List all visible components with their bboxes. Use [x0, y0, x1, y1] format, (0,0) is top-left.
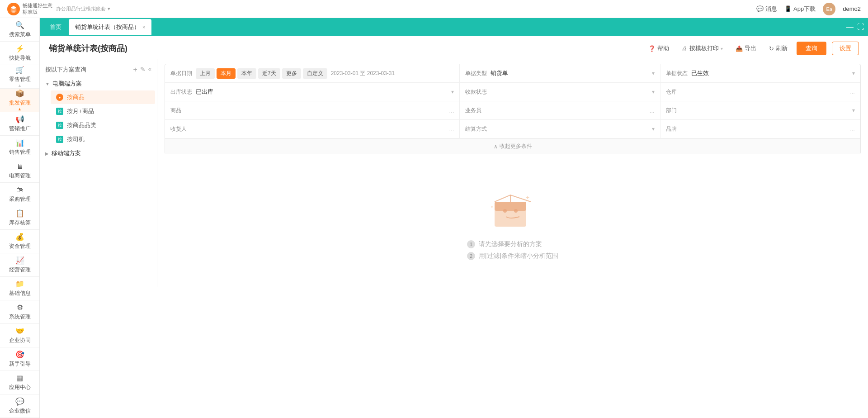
download-icon: 📱	[784, 5, 792, 12]
collapse-bar[interactable]: ∧ 收起更多条件	[165, 138, 860, 154]
purchase-icon: 🛍	[16, 186, 24, 194]
left-panel-title: 按以下方案查询	[45, 66, 86, 74]
page-title: 销货单统计表(按商品)	[49, 43, 127, 54]
app-download-button[interactable]: 📱 App下载	[784, 5, 816, 13]
sidebar: 🔍 搜索菜单 ⚡ 快捷导航 🛒 零售管理 ▲ 📦 批发管理 ▲ 📢 营销推广 📊…	[0, 18, 40, 418]
sidebar-item-sales[interactable]: 📊 销售管理	[0, 136, 39, 159]
product-label: 商品	[170, 107, 181, 114]
tab-home[interactable]: 首页	[43, 20, 68, 34]
sidebar-item-appstore[interactable]: ▦ 应用中心	[0, 371, 39, 394]
sidebar-item-search[interactable]: 🔍 搜索菜单	[0, 18, 39, 42]
sidebar-item-inventory[interactable]: 📋 库存核算	[0, 206, 39, 230]
paymentstatus-label: 收款状态	[465, 88, 487, 96]
company-selector[interactable]: 办公用品行业模拟账套 ▾	[56, 5, 110, 12]
settlement-label: 结算方式	[465, 125, 487, 133]
date-btn-this-month[interactable]: 本月	[217, 68, 236, 79]
sidebar-item-marketing[interactable]: 📢 营销推广	[0, 112, 39, 136]
docstatus-select[interactable]: 已生效 ▾	[691, 69, 855, 77]
settlement-select[interactable]: ▾	[491, 126, 654, 132]
tab-active[interactable]: 销货单统计表（按商品） ×	[69, 19, 151, 35]
help-button[interactable]: ❓ 帮助	[645, 43, 673, 54]
date-row: 上月 本月 本年 近7天 更多 自定义 2023-03-01 至 2023-03…	[196, 68, 395, 79]
date-btn-last-month[interactable]: 上月	[196, 68, 215, 79]
logo-icon	[7, 3, 20, 15]
date-btn-7days[interactable]: 近7天	[258, 68, 280, 79]
filter-row-4: 收货人 ... 结算方式 ▾	[165, 120, 860, 138]
tab-bar: 首页 销货单统计表（按商品） × — ⛶	[40, 18, 868, 36]
date-range: 2023-03-01 至 2023-03-31	[331, 70, 395, 77]
tip-num-1: 1	[467, 240, 475, 248]
user-name[interactable]: demo2	[843, 5, 861, 12]
sidebar-item-guide[interactable]: 🎯 新手引导	[0, 347, 39, 371]
date-btn-custom[interactable]: 自定义	[303, 68, 327, 79]
tab-minimize-icon[interactable]: —	[846, 23, 854, 31]
product-dots[interactable]: ...	[449, 107, 454, 114]
appstore-icon: ▦	[16, 374, 23, 382]
paymentstatus-select[interactable]: ▾	[491, 89, 654, 95]
sidebar-item-collab[interactable]: 🤝 企业协同	[0, 324, 39, 347]
topbar-right: 💬 消息 📱 App下载 Ea demo2	[756, 3, 861, 15]
warehouse-label: 仓库	[666, 88, 677, 96]
sidebar-item-operations[interactable]: 📈 经营管理	[0, 253, 39, 277]
department-select[interactable]: ▾	[680, 107, 855, 114]
scheme-item-by-product[interactable]: ● 按商品	[51, 90, 155, 104]
docstatus-label: 单据状态	[666, 70, 688, 77]
sidebar-item-finance[interactable]: 💰 资金管理	[0, 230, 39, 253]
scheme-item-by-month-product[interactable]: 按 按月+商品	[51, 104, 155, 118]
salesperson-dots[interactable]: ...	[650, 107, 655, 114]
mobile-group-header[interactable]: ▶ 移动端方案	[40, 147, 157, 160]
system-icon: ⚙	[17, 303, 23, 312]
date-btn-this-year[interactable]: 本年	[237, 68, 256, 79]
edit-scheme-icon[interactable]: ✎	[140, 66, 146, 74]
doctype-label: 单据类型	[465, 70, 487, 77]
stockstatus-select[interactable]: 已出库 ▾	[196, 88, 454, 96]
help-icon: ❓	[648, 45, 656, 52]
desktop-group-header[interactable]: ▼ 电脑端方案	[40, 77, 157, 90]
collapse-icon: ▲	[18, 107, 22, 111]
filter-cell-paymentstatus: 收款状态 ▾	[460, 83, 660, 101]
settings-button[interactable]: 设置	[832, 42, 859, 55]
doctype-arrow-icon: ▾	[652, 70, 655, 76]
filter-row-3: 商品 ... 业务员 ...	[165, 101, 860, 120]
doctype-select[interactable]: 销货单 ▾	[491, 69, 654, 77]
wholesale-icon: 📦	[15, 89, 24, 98]
message-button[interactable]: 💬 消息	[756, 5, 777, 13]
scheme-item-icon-driver: 按	[56, 136, 63, 143]
scheme-item-by-driver[interactable]: 按 按司机	[51, 133, 155, 146]
scheme-item-by-category[interactable]: 按 按商品品类	[51, 119, 155, 132]
print-arrow-icon: ▾	[721, 46, 723, 51]
brand-dots[interactable]: ...	[850, 126, 855, 133]
sidebar-item-purchase[interactable]: 🛍 采购管理	[0, 183, 39, 206]
guide-icon: 🎯	[15, 350, 24, 359]
page-actions: ❓ 帮助 🖨 按模板打印 ▾ 📤 导出 ↻	[645, 42, 859, 55]
mobile-arrow-icon: ▶	[45, 151, 49, 156]
sidebar-item-basicinfo[interactable]: 📁 基础信息	[0, 277, 39, 300]
sidebar-item-ecommerce[interactable]: 🖥 电商管理	[0, 159, 39, 183]
refresh-button[interactable]: ↻ 刷新	[765, 43, 791, 54]
scheme-item-icon-category: 按	[56, 122, 63, 129]
sidebar-item-quicknav[interactable]: ⚡ 快捷导航	[0, 42, 39, 65]
print-button[interactable]: 🖨 按模板打印 ▾	[678, 43, 726, 54]
tab-maximize-icon[interactable]: ⛶	[857, 23, 864, 31]
sidebar-item-weixin[interactable]: 💬 企业微信	[0, 394, 39, 418]
content-wrapper: 按以下方案查询 + ✎ « ▼ 电脑端方	[40, 59, 868, 287]
tab-close-icon[interactable]: ×	[142, 24, 145, 30]
svg-text:✦: ✦	[490, 204, 494, 209]
filter-cell-docstatus: 单据状态 已生效 ▾	[660, 64, 860, 82]
brand-label: 品牌	[666, 125, 677, 133]
sidebar-item-system[interactable]: ⚙ 系统管理	[0, 300, 39, 324]
filter-cell-settlement: 结算方式 ▾	[460, 120, 660, 138]
collapse-panel-icon[interactable]: «	[148, 66, 151, 74]
filter-row-2: 出库状态 已出库 ▾ 收款状态	[165, 83, 860, 101]
page-inner: 销货单统计表(按商品) ❓ 帮助 🖨 按模板打印 ▾ 📤	[40, 36, 868, 418]
receiver-dots[interactable]: ...	[449, 126, 454, 133]
empty-state: ✦ ✦ 1 请先选择要分析的方案 2	[157, 159, 868, 287]
sidebar-item-retail[interactable]: 🛒 零售管理 ▲	[0, 65, 39, 89]
query-button[interactable]: 查询	[797, 42, 826, 55]
add-scheme-icon[interactable]: +	[133, 66, 137, 74]
export-button[interactable]: 📤 导出	[732, 43, 760, 54]
sidebar-item-wholesale[interactable]: 📦 批发管理 ▲	[0, 89, 39, 112]
date-btn-more[interactable]: 更多	[282, 68, 301, 79]
inventory-icon: 📋	[15, 209, 24, 218]
warehouse-dots[interactable]: ...	[850, 89, 855, 95]
